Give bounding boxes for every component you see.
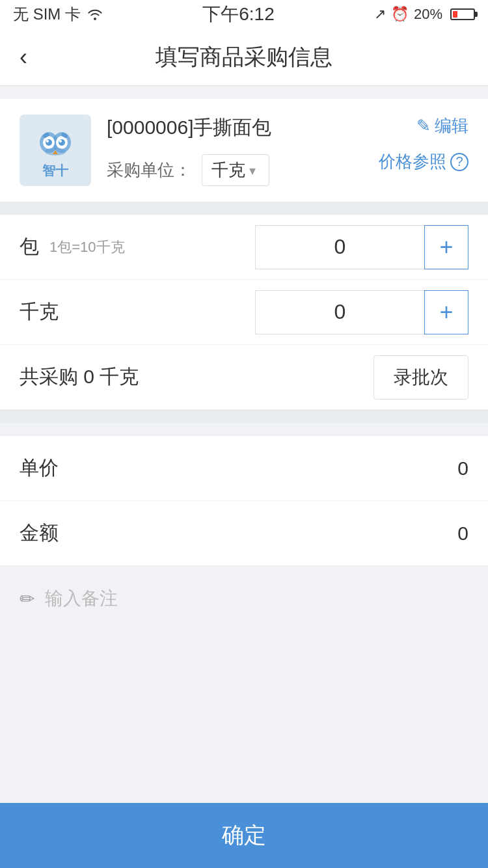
- product-name: [0000006]手撕面包: [107, 115, 363, 141]
- kg-input-row: 千克 +: [0, 280, 488, 345]
- status-time: 下午6:12: [202, 2, 275, 27]
- confirm-button[interactable]: 确定: [0, 803, 488, 868]
- price-section: 单价 0 金额 0: [0, 436, 488, 566]
- edit-label: 编辑: [435, 115, 468, 137]
- amount-row: 金额 0: [0, 501, 488, 566]
- record-batch-button[interactable]: 录批次: [373, 355, 468, 400]
- location-icon: ↗: [374, 6, 386, 23]
- svg-point-7: [59, 140, 62, 142]
- bag-label: 包: [20, 234, 39, 260]
- bag-qty-input[interactable]: [255, 225, 424, 269]
- svg-point-5: [59, 139, 65, 146]
- unit-label: 采购单位：: [107, 159, 191, 182]
- kg-input-right: +: [255, 290, 468, 334]
- svg-point-6: [46, 140, 49, 142]
- unit-price-value: 0: [457, 457, 468, 480]
- bag-plus-button[interactable]: +: [424, 225, 468, 269]
- edit-icon: ✎: [416, 116, 431, 136]
- edit-button[interactable]: ✎ 编辑: [416, 115, 468, 137]
- amount-value: 0: [457, 522, 468, 545]
- product-info: [0000006]手撕面包 采购单位： 千克 ▾: [107, 115, 363, 186]
- battery-percent: 20%: [414, 6, 442, 23]
- kg-label: 千克: [20, 299, 59, 325]
- nav-bar: ‹ 填写商品采购信息: [0, 29, 488, 86]
- price-ref-label: 价格参照: [379, 150, 446, 173]
- unit-value: 千克: [211, 159, 245, 182]
- product-image: 智十: [20, 115, 91, 186]
- price-ref-button[interactable]: 价格参照 ?: [379, 150, 468, 173]
- status-left: 无 SIM 卡: [13, 4, 103, 25]
- input-section: 包 1包=10千克 + 千克 + 共采购 0 千克 录批次: [0, 215, 488, 410]
- alarm-icon: ⏰: [391, 6, 409, 23]
- section-divider-1: [0, 202, 488, 215]
- amount-label: 金额: [20, 520, 59, 547]
- status-right: ↗ ⏰ 20%: [374, 6, 475, 23]
- unit-select[interactable]: 千克 ▾: [202, 154, 269, 186]
- battery-icon: [450, 8, 475, 20]
- product-unit-row: 采购单位： 千克 ▾: [107, 154, 363, 186]
- total-row: 共采购 0 千克 录批次: [0, 345, 488, 410]
- unit-price-row: 单价 0: [0, 436, 488, 501]
- owl-icon: [33, 122, 78, 161]
- note-section[interactable]: ✏ 输入备注: [0, 566, 488, 631]
- chevron-down-icon: ▾: [249, 163, 256, 178]
- wifi-icon: [87, 8, 103, 20]
- bag-label-group: 包 1包=10千克: [20, 234, 125, 260]
- sim-status: 无 SIM 卡: [13, 4, 81, 25]
- battery-fill: [453, 11, 457, 18]
- bag-input-right: +: [255, 225, 468, 269]
- kg-qty-input[interactable]: [255, 290, 424, 334]
- page-title: 填写商品采购信息: [156, 42, 332, 72]
- bag-sublabel: 1包=10千克: [49, 237, 125, 257]
- kg-label-group: 千克: [20, 299, 59, 325]
- section-divider-2: [0, 410, 488, 423]
- note-placeholder: 输入备注: [45, 586, 118, 611]
- product-logo: 智十: [20, 115, 91, 186]
- product-actions: ✎ 编辑 价格参照 ?: [379, 115, 468, 173]
- kg-plus-button[interactable]: +: [424, 290, 468, 334]
- note-pencil-icon: ✏: [20, 588, 34, 610]
- back-button[interactable]: ‹: [20, 44, 27, 71]
- product-card: 智十 [0000006]手撕面包 采购单位： 千克 ▾ ✎ 编辑 价格参照 ?: [0, 99, 488, 202]
- bag-input-row: 包 1包=10千克 +: [0, 215, 488, 280]
- help-icon: ?: [450, 153, 468, 171]
- total-text: 共采购 0 千克: [20, 364, 139, 390]
- unit-price-label: 单价: [20, 455, 59, 481]
- svg-point-4: [46, 139, 52, 146]
- status-bar: 无 SIM 卡 下午6:12 ↗ ⏰ 20%: [0, 0, 488, 29]
- logo-text: 智十: [42, 162, 68, 180]
- empty-space: [0, 631, 488, 826]
